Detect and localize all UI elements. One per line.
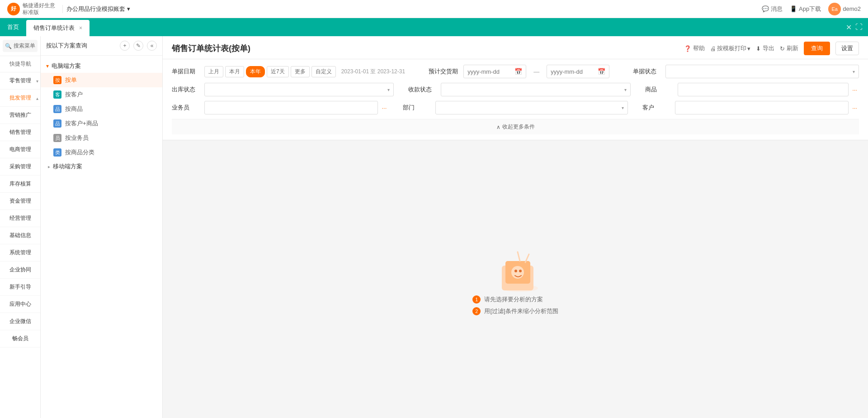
sidebar-item-enterprise[interactable]: 企业协同	[0, 261, 40, 279]
step-2-number: 2	[472, 307, 481, 315]
search-icon: 🔍	[5, 43, 12, 49]
help-button[interactable]: ❓ 帮助	[684, 44, 705, 52]
product-label: 商品	[645, 86, 672, 94]
sidebar-item-newbie[interactable]: 新手引导	[0, 279, 40, 296]
sidebar-item-marketing[interactable]: 营销推广	[0, 107, 40, 124]
payment-status-label: 收款状态	[408, 86, 435, 94]
calendar-icon: 📅	[514, 68, 522, 75]
empty-illustration	[493, 243, 538, 288]
top-bar-left: 好 畅捷通好生意 标准版 办公用品行业模拟账套	[7, 2, 134, 15]
product-input[interactable]	[678, 83, 849, 96]
shipment-status-select[interactable]	[204, 83, 394, 96]
by-salesperson-icon: 员	[53, 134, 61, 142]
expand-window-button[interactable]: ⛶	[855, 23, 863, 31]
custom-date-button[interactable]: 自定义	[311, 66, 336, 77]
sidebar-item-operation[interactable]: 经营管理	[0, 210, 40, 227]
print-button[interactable]: 🖨 按模板打印	[710, 44, 750, 52]
salesperson-input[interactable]	[204, 101, 378, 114]
query-button[interactable]: 查询	[804, 42, 830, 55]
salesperson-label: 业务员	[172, 104, 199, 112]
mobile-solutions-header[interactable]: 移动端方案	[41, 160, 162, 173]
sidebar-item-retail[interactable]: 零售管理	[0, 72, 40, 90]
date-label: 单据日期	[172, 67, 199, 76]
salesperson-more-button[interactable]: ···	[380, 104, 388, 111]
by-product-icon: 品	[53, 105, 61, 113]
tab-sales-order-stats[interactable]: 销售订单统计表 ×	[26, 20, 90, 36]
close-window-button[interactable]: ✕	[846, 23, 852, 32]
tab-home[interactable]: 首页	[0, 18, 26, 36]
this-year-button[interactable]: 本年	[246, 66, 265, 77]
tab-close-icon[interactable]: ×	[79, 25, 82, 31]
sidebar-item-sales[interactable]: 销售管理	[0, 124, 40, 141]
export-button[interactable]: ⬇ 导出	[756, 44, 774, 52]
last7days-button[interactable]: 近7天	[267, 66, 289, 77]
status-label: 单据状态	[633, 67, 660, 76]
tree-item-by-product[interactable]: 品 按商品	[41, 102, 162, 116]
mobile-solutions-label: 移动端方案	[53, 162, 82, 171]
sidebar-item-basic[interactable]: 基础信息	[0, 227, 40, 244]
by-customer-product-icon: 品	[53, 119, 61, 128]
sidebar-item-finance[interactable]: 资金管理	[0, 193, 40, 210]
tree-item-by-customer[interactable]: 客 按客户	[41, 87, 162, 102]
sidebar-item-inventory[interactable]: 库存核算	[0, 176, 40, 193]
payment-status-select[interactable]	[441, 83, 630, 96]
collapse-more-conditions-button[interactable]: ∧ 收起更多条件	[172, 119, 859, 134]
pc-solutions-header[interactable]: 电脑端方案	[41, 59, 162, 73]
more-date-button[interactable]: 更多	[291, 66, 310, 77]
sidebar-item-appstore[interactable]: 应用中心	[0, 296, 40, 313]
sidebar-item-purchase[interactable]: 采购管理	[0, 158, 40, 176]
message-button[interactable]: 💬 消息	[762, 5, 783, 13]
app-selector[interactable]: 办公用品行业模拟账套	[62, 5, 134, 13]
left-panel-header: 按以下方案查询 + ✎ «	[41, 36, 162, 56]
add-solution-button[interactable]: +	[120, 41, 130, 51]
mobile-solutions-group: 移动端方案	[41, 160, 162, 173]
page-title: 销售订单统计表(按单)	[172, 43, 250, 54]
sidebar-item-member[interactable]: 畅会员	[0, 330, 40, 347]
svg-point-4	[514, 270, 517, 272]
svg-point-5	[519, 270, 522, 272]
date-range-display: 2023-01-01 至 2023-12-31	[341, 68, 405, 76]
end-date-input-wrap: 📅	[547, 65, 609, 78]
app-download-button[interactable]: 📱 App下载	[790, 5, 821, 13]
sidebar-item-system[interactable]: 系统管理	[0, 244, 40, 261]
sidebar-item-wholesale[interactable]: 批发管理 ▴	[0, 90, 40, 107]
customer-label: 客户	[642, 104, 670, 112]
department-select[interactable]	[435, 101, 627, 114]
product-more-button[interactable]: ···	[850, 86, 859, 93]
help-icon: ❓	[684, 45, 691, 52]
tree-item-by-customer-product[interactable]: 品 按客户+商品	[41, 116, 162, 131]
sidebar-item-corpwechat[interactable]: 企业微信	[0, 313, 40, 330]
edit-solution-button[interactable]: ✎	[133, 41, 143, 51]
customer-more-button[interactable]: ···	[850, 104, 859, 111]
customer-input[interactable]	[675, 101, 849, 114]
step-1-number: 1	[472, 295, 481, 304]
status-select[interactable]	[665, 65, 859, 78]
this-month-button[interactable]: 本月	[225, 66, 244, 77]
print-chevron-icon	[747, 45, 750, 52]
sidebar-item-ecommerce[interactable]: 电商管理	[0, 141, 40, 158]
sidebar: 🔍 搜索菜单 快捷导航 零售管理 批发管理 ▴ 营销推广 销售管理 电商管理 采…	[0, 36, 41, 418]
start-date-input[interactable]	[467, 68, 513, 75]
payment-chevron-icon	[624, 87, 627, 92]
logo-text: 畅捷通好生意 标准版	[23, 2, 55, 15]
main-layout: 🔍 搜索菜单 快捷导航 零售管理 批发管理 ▴ 营销推广 销售管理 电商管理 采…	[0, 36, 868, 418]
last-month-button[interactable]: 上月	[204, 66, 223, 77]
chevron-right-icon	[48, 164, 50, 169]
settings-button[interactable]: 设置	[835, 42, 859, 55]
tree-item-by-salesperson[interactable]: 员 按业务员	[41, 131, 162, 145]
filter-row-1: 单据日期 上月 本月 本年 近7天 更多 自定义 2023-01-01 至 20…	[172, 65, 859, 78]
collapse-panel-button[interactable]: «	[147, 41, 157, 51]
tree-item-by-order[interactable]: 按 按单	[41, 73, 162, 87]
filter-row-3: 业务员 ··· 部门 客户 ···	[172, 101, 859, 114]
user-area[interactable]: Ea demo2	[828, 3, 861, 15]
tree-item-by-product-category[interactable]: 类 按商品分类	[41, 145, 162, 160]
search-menu-button[interactable]: 🔍 搜索菜单	[3, 40, 38, 52]
left-panel: 按以下方案查询 + ✎ « 电脑端方案 按 按单	[41, 36, 163, 418]
end-date-input[interactable]	[551, 68, 596, 75]
top-bar: 好 畅捷通好生意 标准版 办公用品行业模拟账套 💬 消息 📱 App下载 Ea …	[0, 0, 868, 18]
refresh-button[interactable]: ↻ 刷新	[780, 44, 798, 52]
logo-icon: 好	[7, 3, 20, 15]
content-area: 按以下方案查询 + ✎ « 电脑端方案 按 按单	[41, 36, 868, 418]
quick-nav-button[interactable]: 快捷导航	[0, 58, 40, 70]
chevron-down-icon	[46, 63, 49, 69]
